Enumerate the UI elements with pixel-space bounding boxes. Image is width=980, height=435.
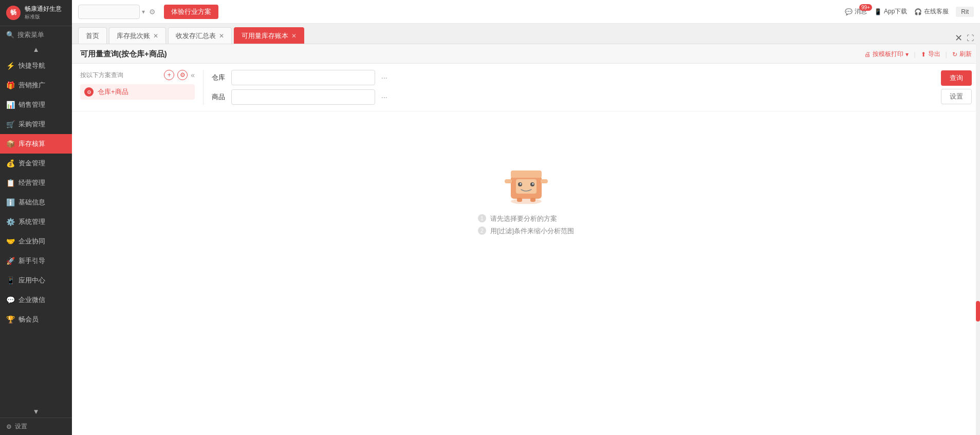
print-button[interactable]: 🖨 按模板打印 ▾ [864,50,909,59]
app-name: 畅康通好生意 [25,5,62,13]
online-service-label: 在线客服 [924,7,949,16]
tab-available-inventory[interactable]: 可用量库存账本 ✕ [234,27,304,44]
sidebar-search[interactable]: 🔍 搜索菜单 [0,26,72,44]
sidebar-item-inventory[interactable]: 📦 库存核算 [0,134,72,154]
industry-solution-button[interactable]: 体验行业方案 [164,5,218,19]
mobile-icon: 📱 [6,276,14,285]
tab-home[interactable]: 首页 [78,27,107,44]
page-header: 可用量查询(按仓库+商品) 🖨 按模板打印 ▾ | ⬆ 导出 | ↻ 刷新 [72,44,980,64]
sidebar-item-weixin[interactable]: 💬 企业微信 [0,290,72,310]
clipboard-icon: 📋 [6,179,14,187]
refresh-button[interactable]: ↻ 刷新 [952,50,972,59]
sidebar-item-operation[interactable]: 📋 经营管理 [0,173,72,193]
sidebar-item-label: 应用中心 [19,276,45,285]
scheme-item-warehouse-goods[interactable]: ⚙ 仓库+商品 [80,84,195,100]
svg-rect-3 [516,179,537,194]
sidebar-item-app-center[interactable]: 📱 应用中心 [0,271,72,290]
expand-icon[interactable]: ⛶ [967,34,974,42]
sidebar-item-label: 基础信息 [19,198,45,207]
query-buttons: 查询 设置 [933,70,972,105]
sidebar-item-sales[interactable]: 📊 销售管理 [0,95,72,115]
sidebar-item-system[interactable]: ⚙️ 系统管理 [0,212,72,232]
sidebar-scroll-up[interactable]: ▲ [0,44,72,56]
headset-icon: 🎧 [914,8,922,15]
sidebar-item-purchase[interactable]: 🛒 采购管理 [0,115,72,134]
hint-text-1: 请先选择要分析的方案 [490,214,557,223]
warehouse-filter-input[interactable] [231,70,375,85]
sidebar-item-label: 畅会员 [19,315,39,324]
scheme-settings-button[interactable]: ⚙ [177,70,188,80]
chart-icon: 📊 [6,101,14,109]
sidebar-item-label: 销售管理 [19,100,45,109]
gear-icon: ⚙️ [6,218,14,226]
export-button[interactable]: ⬆ 导出 [921,50,940,59]
tab-label: 可用量库存账本 [242,31,288,41]
sidebar-item-quick-nav[interactable]: ⚡ 快捷导航 [0,56,72,75]
notification-button[interactable]: 💬 消息 99+ [845,7,867,16]
tab-inventory-batch[interactable]: 库存批次账 ✕ [109,27,166,44]
empty-robot-svg [501,153,552,204]
tab-close-icon[interactable]: ✕ [153,32,158,40]
query-button[interactable]: 查询 [941,70,972,86]
goods-more-button[interactable]: ··· [379,93,390,101]
svg-rect-9 [530,198,535,202]
add-scheme-button[interactable]: + [164,70,174,80]
sidebar-item-label: 经营管理 [19,178,45,187]
sidebar-item-basic[interactable]: ℹ️ 基础信息 [0,193,72,212]
divider: | [914,50,915,58]
query-schemes-actions: + ⚙ « [164,70,195,80]
topbar-gear-icon[interactable]: ⚙ [149,8,156,16]
sidebar-item-label: 库存核算 [19,139,45,148]
sidebar-item-newbie[interactable]: 🚀 新手引导 [0,251,72,271]
right-scrollbar[interactable] [976,24,980,435]
filter-group-goods: 商品 ··· [212,89,390,105]
print-icon: 🖨 [864,51,871,58]
settings-button[interactable]: 设置 [941,89,972,104]
filter-row-goods: 商品 ··· [212,89,933,105]
svg-point-7 [532,183,533,185]
sidebar-item-label: 新手引导 [19,256,45,266]
bell-icon: 💬 [845,8,853,15]
user-profile-button[interactable]: Rit [956,7,974,17]
query-area: 按以下方案查询 + ⚙ « ⚙ 仓库+商品 仓库 [72,64,980,111]
tab-close-icon[interactable]: ✕ [219,32,224,40]
phone-icon: 📱 [874,8,882,15]
tab-home-label: 首页 [86,31,99,41]
online-service-button[interactable]: 🎧 在线客服 [914,7,949,16]
tab-close-icon[interactable]: ✕ [291,32,297,40]
empty-illustration [501,153,552,204]
page-title: 可用量查询(按仓库+商品) [80,49,167,59]
money-icon: 💰 [6,159,14,167]
sidebar-item-enterprise[interactable]: 🤝 企业协同 [0,232,72,251]
goods-filter-label: 商品 [212,92,227,102]
scheme-item-label: 仓库+商品 [98,87,128,97]
sidebar-header: 畅 畅康通好生意 标准版 [0,0,72,26]
collapse-schemes-button[interactable]: « [191,71,195,79]
sidebar-logo: 畅 [6,6,21,20]
empty-hints: 1 请先选择要分析的方案 2 用[过滤]条件来缩小分析范围 [478,214,574,239]
sidebar-item-member[interactable]: 🏆 畅会员 [0,310,72,329]
goods-filter-input[interactable] [231,89,375,105]
warehouse-more-button[interactable]: ··· [379,73,390,82]
sidebar-item-finance[interactable]: 💰 资金管理 [0,154,72,173]
refresh-icon: ↻ [952,51,957,58]
svg-rect-11 [541,179,548,183]
page-content: 可用量查询(按仓库+商品) 🖨 按模板打印 ▾ | ⬆ 导出 | ↻ 刷新 [72,44,980,435]
gift-icon: 🎁 [6,81,14,89]
chevron-down-icon[interactable]: ▾ [142,8,145,15]
sidebar-scroll-down[interactable]: ▼ [0,405,72,418]
svg-point-0 [511,198,542,204]
hint-text-2: 用[过滤]条件来缩小分析范围 [490,226,574,236]
search-icon: 🔍 [6,31,14,39]
notification-badge: 99+ [859,4,872,11]
sidebar-bottom-label: 设置 [15,422,27,431]
app-download-button[interactable]: 📱 App下载 [874,7,907,16]
main-area: ▾ ⚙ 体验行业方案 💬 消息 99+ 📱 App下载 🎧 在线客服 Rit 首… [72,0,980,435]
topbar-search-input[interactable] [78,5,140,19]
close-all-tabs-icon[interactable]: ✕ [955,32,963,44]
sidebar-item-marketing[interactable]: 🎁 营销推广 [0,75,72,95]
topbar: ▾ ⚙ 体验行业方案 💬 消息 99+ 📱 App下载 🎧 在线客服 Rit [72,0,980,24]
tab-receive-summary[interactable]: 收发存汇总表 ✕ [168,27,232,44]
cart-icon: 🛒 [6,120,14,128]
query-schemes-title: 按以下方案查询 [80,71,123,80]
